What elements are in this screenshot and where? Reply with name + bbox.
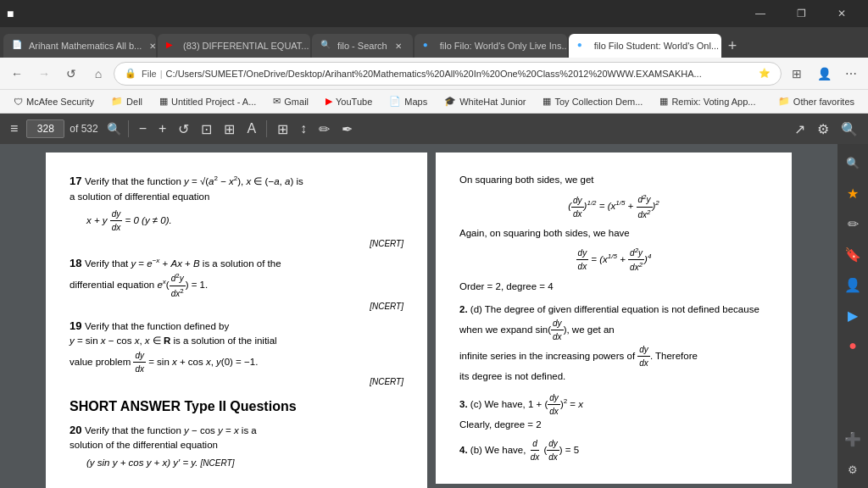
q20-text2: solution of the differential equation: [70, 438, 403, 452]
zoom-in-button[interactable]: +: [155, 119, 170, 138]
two-page-button[interactable]: ⊞: [274, 119, 292, 139]
section-short-answer: SHORT ANSWER Type II Questions: [70, 396, 403, 417]
share-button[interactable]: ↗: [791, 119, 809, 139]
scroll-button[interactable]: ↕: [297, 119, 310, 138]
ans2-label: 2.: [459, 304, 468, 314]
main-area: 17 Verify that the function y = √(a2 − x…: [0, 144, 868, 488]
bookmark-toy-label: Toy Collection Dem...: [554, 97, 643, 107]
forward-button[interactable]: →: [32, 62, 56, 86]
panel-settings-bottom[interactable]: ⚙: [841, 458, 865, 481]
bookmark-mcafee[interactable]: 🛡 McAfee Security: [7, 95, 101, 108]
draw-button[interactable]: ✒: [338, 119, 356, 139]
text-select-button[interactable]: A: [243, 119, 259, 138]
zoom-out-button[interactable]: −: [136, 119, 150, 138]
tab-favicon-5: ●: [577, 40, 589, 52]
close-button[interactable]: ✕: [822, 0, 861, 27]
panel-add-button[interactable]: ➕: [841, 427, 865, 451]
ans3-block: 3. (c) We have, 1 + (dydx)2 = x Clearly,…: [459, 391, 768, 432]
remix-icon: ▦: [659, 96, 668, 107]
bookmark-youtube-label: YouTube: [336, 97, 372, 107]
tab-arihant[interactable]: 📄 Arihant Mathematics All b... ✕: [3, 34, 156, 58]
tab-label-5: filo Filo Student: World's Onl...: [594, 41, 719, 51]
annotate-button[interactable]: ✏: [315, 119, 333, 139]
panel-star-button[interactable]: ★: [841, 181, 865, 205]
navigation-bar: ← → ↺ ⌂ 🔒 File | C:/Users/SUMEET/OneDriv…: [0, 58, 868, 90]
bookmark-maps-label: Maps: [404, 97, 427, 107]
bookmark-remix-label: Remix: Voting App...: [671, 97, 755, 107]
bookmark-dell[interactable]: 📁 Dell: [104, 94, 149, 108]
panel-user-button[interactable]: 👤: [841, 273, 865, 297]
bookmark-untitled[interactable]: ▦ Untitled Project - A...: [153, 94, 263, 108]
dell-icon: 📁: [111, 96, 123, 107]
tab-filo-live[interactable]: ● filo Filo: World's Only Live Ins... ✕: [415, 34, 567, 58]
tab-differential[interactable]: ▶ (83) DIFFERENTIAL EQUAT... ✕: [158, 34, 310, 58]
q17-tag: [NCERT]: [70, 237, 403, 250]
bookmark-youtube[interactable]: ▶ YouTube: [319, 94, 379, 108]
q18-tag: [NCERT]: [70, 300, 403, 313]
minimize-button[interactable]: —: [741, 0, 780, 27]
search-toggle-button[interactable]: 🔍: [837, 119, 861, 139]
bookmark-whitehat-label: WhiteHat Junior: [459, 97, 526, 107]
rotate-button[interactable]: ↺: [175, 119, 192, 139]
question-17: 17 Verify that the function y = √(a2 − x…: [70, 173, 403, 250]
ans3-label: 3.: [459, 398, 468, 408]
address-bar[interactable]: 🔒 File | C:/Users/SUMEET/OneDrive/Deskto…: [114, 62, 782, 86]
order-degree: Order = 2, degree = 4: [459, 280, 768, 294]
q18-number: 18: [70, 257, 85, 269]
bookmark-toy[interactable]: ▦ Toy Collection Dem...: [536, 94, 649, 108]
bookmark-dell-label: Dell: [126, 97, 142, 107]
pdf-menu-button[interactable]: ≡: [7, 119, 21, 138]
right-intro1: On squaring both sides, we get: [459, 173, 768, 187]
profile-button[interactable]: 👤: [812, 62, 836, 86]
tab-filo-student[interactable]: ● filo Filo Student: World's Onl... ✕: [569, 34, 721, 58]
page-total: of 532: [70, 123, 97, 135]
refresh-button[interactable]: ↺: [59, 62, 83, 86]
q18-text: Verify that y = e−x + Ax + B is a soluti…: [85, 258, 281, 269]
panel-search-button[interactable]: 🔍: [841, 151, 865, 175]
new-tab-button[interactable]: +: [723, 34, 743, 58]
tab-favicon-3: 🔍: [320, 40, 332, 52]
page-number-input[interactable]: [26, 119, 64, 138]
app-icon: ■: [7, 7, 14, 20]
ans2-block: 2. (d) The degree of given differential …: [459, 302, 768, 385]
bookmark-maps[interactable]: 📄 Maps: [382, 94, 434, 108]
q17-number: 17: [70, 175, 85, 187]
home-button[interactable]: ⌂: [86, 62, 110, 86]
q20-number: 20: [70, 424, 85, 436]
ans3-text: (c) We have, 1 +: [470, 398, 545, 408]
ans2-text4: its degree is not defined.: [459, 369, 768, 384]
extensions-button[interactable]: ⊞: [785, 62, 809, 86]
panel-play-button[interactable]: ▶: [841, 303, 865, 327]
tab-close-3[interactable]: ✕: [392, 40, 404, 52]
pdf-page-right: On squaring both sides, we get (dydx)1/2…: [436, 152, 792, 484]
gmail-icon: ✉: [273, 96, 281, 107]
q19-tag: [NCERT]: [70, 375, 403, 388]
tab-filo-search[interactable]: 🔍 filo - Search ✕: [312, 34, 413, 58]
back-button[interactable]: ←: [5, 62, 29, 86]
q17-text2: a solution of differential equation: [70, 190, 403, 204]
tab-label-1: Arihant Mathematics All b...: [29, 41, 142, 51]
tab-close-1[interactable]: ✕: [147, 40, 156, 52]
bookmark-gmail[interactable]: ✉ Gmail: [266, 94, 315, 108]
maximize-button[interactable]: ❐: [782, 0, 821, 27]
panel-edit-button[interactable]: ✏: [841, 212, 865, 236]
untitled-icon: ▦: [159, 96, 168, 107]
tab-label-3: filo - Search: [337, 41, 387, 51]
ans4-label: 4.: [459, 444, 468, 454]
full-page-button[interactable]: ⊞: [220, 119, 238, 139]
pdf-settings-button[interactable]: ⚙: [814, 119, 832, 139]
fit-page-button[interactable]: ⊡: [198, 119, 215, 139]
bookmark-other[interactable]: 📁 Other favorites: [771, 94, 861, 108]
ans3-degree: Clearly, degree = 2: [459, 418, 768, 432]
q17-equation: x + y dydx = 0 (y ≠ 0).: [86, 208, 403, 234]
bookmark-remix[interactable]: ▦ Remix: Voting App...: [653, 94, 762, 108]
bookmark-whitehat[interactable]: 🎓 WhiteHat Junior: [437, 94, 532, 108]
pdf-content: 17 Verify that the function y = √(a2 − x…: [0, 144, 837, 488]
panel-bookmark-button[interactable]: 🔖: [841, 242, 865, 266]
panel-circle-button[interactable]: ●: [841, 334, 865, 358]
right-intro2: Again, on squaring both sides, we have: [459, 226, 768, 241]
right-panel: 🔍 ★ ✏ 🔖 👤 ▶ ● ➕ ⚙: [837, 144, 868, 488]
whitehat-icon: 🎓: [444, 96, 456, 107]
settings-button[interactable]: ⋯: [839, 62, 863, 86]
pdf-search-icon: 🔍: [107, 122, 121, 136]
